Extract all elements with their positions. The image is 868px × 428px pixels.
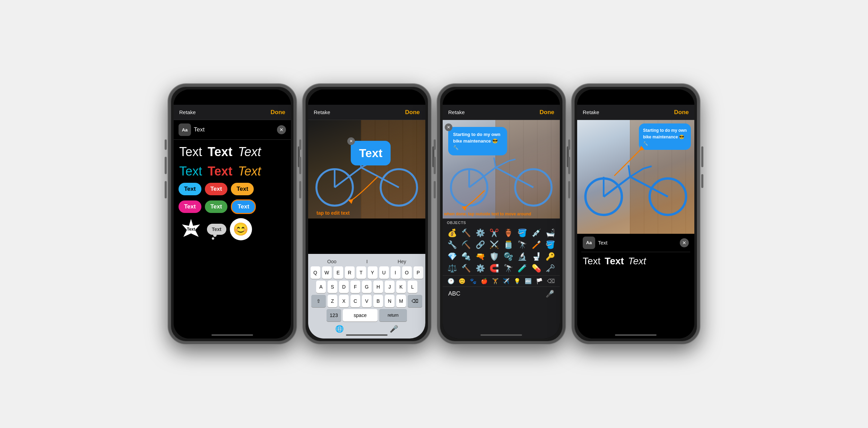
emoji-32[interactable]: 🗝️ — [544, 263, 557, 274]
key-u[interactable]: U — [379, 266, 389, 279]
emoji-cat-symbols[interactable]: 🔤 — [525, 278, 532, 284]
retake-button-4[interactable]: Retake — [583, 109, 599, 115]
key-r[interactable]: R — [345, 266, 355, 279]
suggestion-1[interactable]: Ooo — [327, 259, 336, 264]
starburst-bubble[interactable]: Text — [179, 218, 203, 240]
mic-icon[interactable]: 🎤 — [390, 325, 398, 333]
emoji-5[interactable]: 🏺 — [502, 228, 515, 239]
text-bubble-2[interactable]: ✕ Text — [351, 141, 391, 165]
emoji-cat-smiley[interactable]: 😊 — [459, 278, 466, 284]
key-g[interactable]: G — [362, 281, 372, 293]
style-bold-4[interactable]: Text — [605, 256, 624, 267]
smiley-icon[interactable]: 😊 — [230, 218, 252, 240]
style-bold[interactable]: Text — [208, 145, 232, 159]
key-y[interactable]: Y — [368, 266, 377, 279]
cloud-bubble[interactable]: Text — [207, 224, 226, 235]
key-f[interactable]: F — [350, 281, 360, 293]
emoji-4[interactable]: ✂️ — [488, 228, 501, 239]
emoji-18[interactable]: 🔩 — [460, 251, 473, 262]
suggestion-3[interactable]: Hey — [398, 259, 406, 264]
emoji-31[interactable]: 💊 — [530, 263, 543, 274]
emoji-1[interactable]: 💰 — [445, 228, 459, 239]
key-q[interactable]: Q — [311, 266, 320, 279]
emoji-29[interactable]: 🔭 — [502, 263, 515, 274]
emoji-abc-button[interactable]: ABC — [448, 290, 460, 297]
key-s[interactable]: S — [328, 281, 337, 293]
style-italic-4[interactable]: Text — [628, 256, 646, 267]
emoji-9[interactable]: 🔧 — [445, 239, 459, 250]
key-space[interactable]: space — [343, 309, 377, 322]
key-c[interactable]: C — [350, 295, 360, 307]
done-button-3[interactable]: Done — [540, 109, 555, 116]
bubble-blue-outline[interactable]: Text — [231, 199, 256, 214]
emoji-13[interactable]: 🫙 — [502, 239, 515, 250]
emoji-cat-flags[interactable]: 🏳️ — [536, 278, 543, 284]
key-m[interactable]: M — [396, 295, 406, 307]
key-d[interactable]: D — [339, 281, 349, 293]
emoji-26[interactable]: 🔨 — [460, 263, 473, 274]
bubble-close-3[interactable]: ✕ — [445, 123, 452, 131]
key-shift[interactable]: ⇧ — [311, 295, 326, 307]
emoji-cat-nature[interactable]: 🐾 — [470, 278, 477, 284]
key-a[interactable]: A — [316, 281, 326, 293]
bubble-pink[interactable]: Text — [179, 200, 201, 213]
emoji-25[interactable]: ⚖️ — [445, 263, 459, 274]
key-p[interactable]: P — [414, 266, 423, 279]
style-plain-4[interactable]: Text — [583, 256, 600, 267]
key-w[interactable]: W — [322, 266, 332, 279]
key-t[interactable]: T — [356, 266, 366, 279]
bubble-red[interactable]: Text — [205, 183, 228, 195]
bubble-cyan[interactable]: Text — [179, 183, 201, 195]
emoji-cat-food[interactable]: 🍎 — [481, 278, 488, 284]
style-red[interactable]: Text — [208, 164, 232, 179]
retake-button-2[interactable]: Retake — [314, 109, 330, 115]
close-button-4[interactable]: ✕ — [680, 238, 689, 247]
key-v[interactable]: V — [362, 295, 372, 307]
bubble-yellow[interactable]: Text — [231, 183, 254, 195]
done-button-2[interactable]: Done — [405, 109, 420, 116]
emoji-cat-activity[interactable]: 🏋️ — [492, 278, 499, 284]
close-button[interactable]: ✕ — [277, 125, 286, 134]
key-o[interactable]: O — [402, 266, 412, 279]
style-yellow[interactable]: Text — [238, 164, 261, 179]
key-j[interactable]: J — [385, 281, 394, 293]
emoji-15[interactable]: 🪥 — [530, 239, 543, 250]
bubble-close-icon[interactable]: ✕ — [347, 137, 355, 145]
final-bubble-4[interactable]: Starting to do my own bike maintenance 😎… — [639, 123, 691, 150]
emoji-14[interactable]: 🔭 — [516, 239, 529, 250]
emoji-28[interactable]: 🧲 — [488, 263, 501, 274]
key-123[interactable]: 123 — [327, 309, 341, 322]
bubble-green[interactable]: Text — [205, 200, 228, 213]
emoji-23[interactable]: 🚽 — [530, 251, 543, 262]
emoji-16[interactable]: 🪣 — [544, 239, 557, 250]
globe-icon[interactable]: 🌐 — [335, 325, 344, 333]
key-z[interactable]: Z — [328, 295, 337, 307]
emoji-20[interactable]: 🛡️ — [488, 251, 501, 262]
key-backspace[interactable]: ⌫ — [408, 295, 422, 307]
emoji-19[interactable]: 🔫 — [474, 251, 487, 262]
key-return[interactable]: return — [379, 309, 407, 322]
style-plain[interactable]: Text — [179, 145, 202, 159]
emoji-22[interactable]: 🔬 — [516, 251, 529, 262]
emoji-12[interactable]: ⚔️ — [488, 239, 501, 250]
emoji-10[interactable]: ⛏️ — [460, 239, 473, 250]
key-n[interactable]: N — [385, 295, 394, 307]
key-l[interactable]: L — [408, 281, 417, 293]
emoji-8[interactable]: 🛁 — [544, 228, 557, 239]
suggestion-2[interactable]: I — [366, 259, 368, 264]
retake-button-3[interactable]: Retake — [448, 109, 465, 115]
emoji-7[interactable]: 💉 — [530, 228, 543, 239]
emoji-cat-recent[interactable]: 🕐 — [448, 278, 454, 284]
emoji-2[interactable]: 🔨 — [460, 228, 473, 239]
done-button-1[interactable]: Done — [271, 109, 286, 116]
key-b[interactable]: B — [373, 295, 383, 307]
emoji-cat-objects[interactable]: 💡 — [514, 278, 521, 284]
done-button-4[interactable]: Done — [674, 109, 689, 116]
emoji-cat-travel[interactable]: ✈️ — [503, 278, 510, 284]
key-h[interactable]: H — [373, 281, 383, 293]
key-x[interactable]: X — [339, 295, 349, 307]
style-italic[interactable]: Text — [238, 145, 261, 159]
key-k[interactable]: K — [396, 281, 406, 293]
style-cyan[interactable]: Text — [179, 164, 202, 179]
retake-button-1[interactable]: Retake — [179, 109, 196, 115]
